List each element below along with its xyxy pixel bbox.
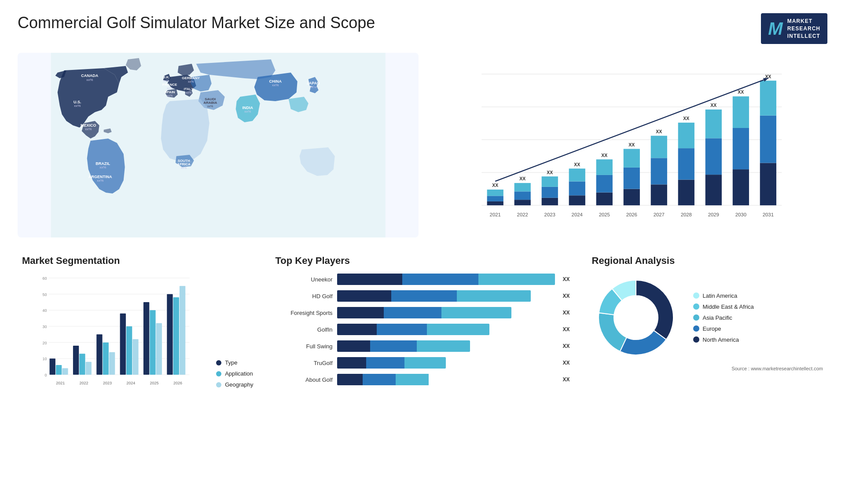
player-bar-segment <box>337 374 363 385</box>
player-bar-segment <box>384 307 441 318</box>
svg-rect-49 <box>542 187 558 198</box>
player-bar-segment <box>396 374 429 385</box>
svg-text:CANADA: CANADA <box>81 73 98 78</box>
bottom-section: Market Segmentation 60504030201002021202… <box>18 251 827 395</box>
svg-rect-83 <box>733 169 749 205</box>
player-row: Foresight SportsXX <box>276 307 570 318</box>
player-bar <box>337 290 531 302</box>
legend-dot <box>216 360 221 365</box>
svg-text:60: 60 <box>43 276 47 281</box>
svg-rect-69 <box>651 158 667 185</box>
svg-text:XX: XX <box>574 162 580 167</box>
svg-rect-84 <box>733 128 749 169</box>
map-container: CANADA xx% U.S. xx% MEXICO xx% BRAZIL xx… <box>18 53 419 237</box>
player-xx-label: XX <box>563 293 570 299</box>
player-bar-wrap <box>337 357 555 369</box>
players-section: Top Key Players UneekorXXHD GolfXXForesi… <box>271 251 574 395</box>
svg-text:SPAIN: SPAIN <box>165 90 175 94</box>
legend-label: Type <box>225 359 237 366</box>
svg-rect-88 <box>760 163 776 205</box>
player-bar-wrap <box>337 307 555 318</box>
player-bar-segment <box>337 274 403 285</box>
svg-rect-73 <box>678 180 694 205</box>
svg-text:2024: 2024 <box>572 212 583 218</box>
svg-rect-50 <box>542 177 558 187</box>
svg-text:xx%: xx% <box>74 104 81 108</box>
svg-rect-40 <box>487 190 503 196</box>
player-xx-label: XX <box>563 310 570 316</box>
svg-text:2026: 2026 <box>173 381 182 385</box>
regional-legend-item: Latin America <box>693 292 754 299</box>
svg-text:AFRICA: AFRICA <box>177 162 191 166</box>
svg-rect-45 <box>514 183 531 192</box>
player-bar <box>337 340 470 352</box>
svg-rect-130 <box>173 297 179 375</box>
regional-label: Latin America <box>703 292 738 299</box>
svg-text:ITALY: ITALY <box>184 87 194 91</box>
svg-text:2029: 2029 <box>708 212 719 218</box>
svg-rect-80 <box>705 110 722 138</box>
svg-rect-68 <box>651 185 667 205</box>
svg-rect-64 <box>624 168 640 189</box>
svg-rect-114 <box>79 354 85 375</box>
svg-text:XX: XX <box>711 103 717 108</box>
segmentation-section: Market Segmentation 60504030201002021202… <box>18 251 258 395</box>
segmentation-title: Market Segmentation <box>22 255 254 267</box>
player-row: Full SwingXX <box>276 340 570 352</box>
logo-letter: M <box>768 20 783 37</box>
svg-text:XX: XX <box>738 90 744 95</box>
svg-rect-89 <box>760 116 776 163</box>
player-name: Foresight Sports <box>276 310 333 316</box>
svg-text:xx%: xx% <box>186 91 191 94</box>
svg-text:2025: 2025 <box>150 381 159 385</box>
regional-dot <box>693 325 699 332</box>
svg-rect-44 <box>514 192 531 200</box>
svg-rect-113 <box>73 346 79 375</box>
svg-rect-38 <box>487 201 503 205</box>
player-bar-segment <box>404 357 446 369</box>
svg-text:xx%: xx% <box>188 80 194 83</box>
svg-rect-43 <box>514 200 531 206</box>
svg-text:2030: 2030 <box>735 212 746 218</box>
regional-title: Regional Analysis <box>592 255 823 267</box>
regional-legend-item: Asia Pacific <box>693 314 754 321</box>
legend-dot <box>216 371 221 376</box>
segmentation-chart: 6050403020100202120222023202420252026 <box>22 274 207 388</box>
legend-dot <box>216 382 221 387</box>
svg-text:xx%: xx% <box>99 165 106 169</box>
svg-text:xx%: xx% <box>97 179 103 183</box>
players-title: Top Key Players <box>276 255 570 267</box>
player-name: HD Golf <box>276 293 333 299</box>
svg-text:2024: 2024 <box>126 381 135 385</box>
svg-text:2027: 2027 <box>654 212 665 218</box>
regional-legend-item: North America <box>693 336 754 343</box>
svg-rect-58 <box>596 193 613 205</box>
svg-text:xx%: xx% <box>181 166 187 169</box>
donut-svg <box>592 274 680 362</box>
source-text: Source : www.marketresearchintellect.com <box>592 366 823 371</box>
regional-label: Europe <box>703 325 721 332</box>
player-bar-segment <box>427 324 489 335</box>
legend-label: Application <box>225 370 253 377</box>
svg-text:XX: XX <box>629 142 635 147</box>
svg-text:2022: 2022 <box>80 381 88 385</box>
player-name: Uneekor <box>276 276 333 283</box>
regional-section: Regional Analysis Latin AmericaMiddle Ea… <box>588 251 828 395</box>
regional-legend: Latin AmericaMiddle East & AfricaAsia Pa… <box>693 292 754 343</box>
svg-rect-126 <box>150 310 155 375</box>
player-bar-segment <box>441 307 511 318</box>
player-name: TruGolf <box>276 360 333 366</box>
player-name: Full Swing <box>276 343 333 350</box>
donut-segment <box>599 313 627 352</box>
svg-text:2022: 2022 <box>517 212 528 218</box>
svg-rect-119 <box>109 352 115 375</box>
svg-text:2026: 2026 <box>626 212 637 218</box>
player-xx-label: XX <box>563 343 570 349</box>
player-xx-label: XX <box>563 376 570 383</box>
svg-text:XX: XX <box>492 183 499 188</box>
player-bar-wrap <box>337 340 555 352</box>
svg-text:xx%: xx% <box>310 85 316 89</box>
player-bar-segment <box>478 274 555 285</box>
player-bar-segment <box>457 290 530 302</box>
svg-rect-55 <box>569 169 585 182</box>
